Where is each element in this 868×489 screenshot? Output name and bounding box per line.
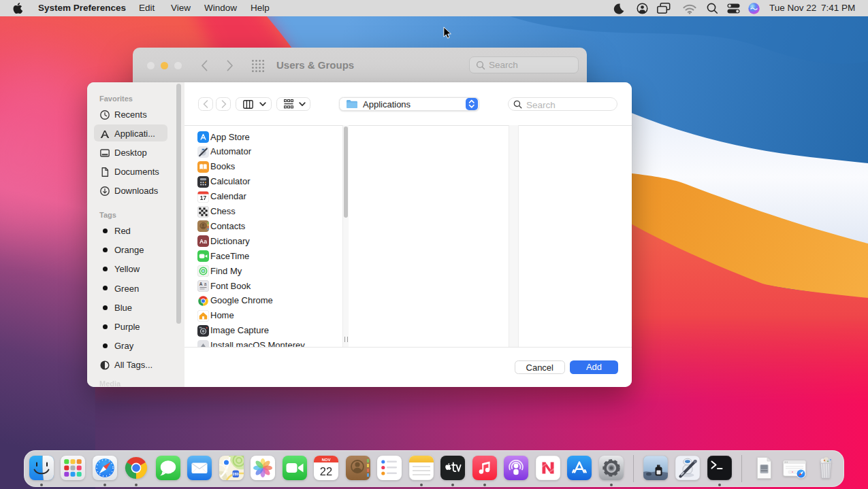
svg-text:22: 22 [320,465,332,477]
svg-text:NOV: NOV [321,457,330,461]
svg-text:a: a [204,282,207,286]
svg-text:17: 17 [200,195,207,201]
svg-text:280: 280 [232,472,238,476]
svg-text:Aa: Aa [199,238,207,245]
svg-text:A: A [199,282,203,286]
